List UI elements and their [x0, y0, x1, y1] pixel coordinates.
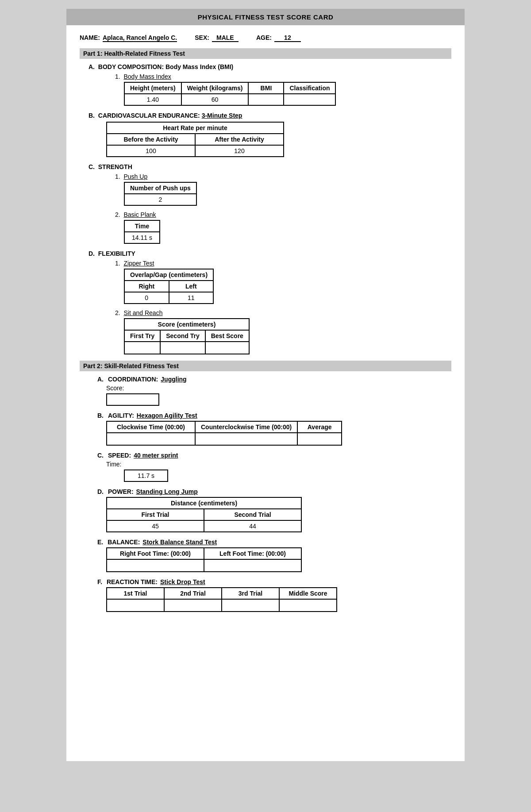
coord-score-box: [106, 393, 159, 406]
reaction-val3: [222, 599, 279, 612]
pushup-header: Number of Push ups: [124, 182, 196, 194]
b-subtitle: 3-Minute Step: [202, 112, 242, 119]
coord-score-area: Score:: [106, 385, 451, 406]
zipper-table: Overlap/Gap (centimeters) Right Left 0 1…: [124, 269, 214, 304]
c-title: STRENGTH: [98, 163, 132, 170]
reaction-title-row: F. REACTION TIME: Stick Drop Test: [97, 578, 451, 585]
sit-reach-table: Score (centimeters) First Try Second Try…: [124, 318, 250, 354]
c2-label: C.: [97, 452, 104, 459]
sit-reach-label: 2. Sit and Reach: [115, 309, 451, 316]
balance-col1: Right Foot Time: (00:00): [107, 548, 204, 559]
agility-col3: Average: [297, 421, 342, 433]
c-label: C.: [88, 163, 95, 170]
pushup-item: 1. Push Up Number of Push ups 2: [106, 173, 451, 206]
sit-col1: First Try: [124, 330, 160, 342]
plank-table: Time 14.11 s: [124, 220, 160, 244]
reaction-val2: [164, 599, 222, 612]
balance-val1: [107, 559, 204, 572]
power-col2: Second Trial: [204, 509, 301, 520]
agility-val3: [297, 433, 342, 445]
part1-label: Part 1: Health-Related Fitness Test: [83, 50, 185, 57]
section-a: A. BODY COMPOSITION: Body Mass Index (BM…: [88, 63, 451, 106]
d-title: FLEXIBILITY: [98, 250, 135, 257]
bmi-col2: Weight (kilograms): [181, 82, 249, 94]
section-coord: A. COORDINATION: Juggling Score:: [88, 376, 451, 406]
student-info-row: NAME: Aplaca, Rancel Angelo C. SEX: MALE…: [80, 34, 451, 42]
speed-time-box: 11.7 s: [124, 469, 168, 482]
page: PHYSICAL FITNESS TEST SCORE CARD NAME: A…: [66, 9, 465, 761]
reaction-col1: 1st Trial: [107, 588, 164, 599]
age-value: 12: [274, 34, 301, 42]
cardio-table: Heart Rate per minute Before the Activit…: [106, 122, 284, 157]
f2-subtitle: Stick Drop Test: [160, 578, 205, 585]
sit-val3: [205, 342, 249, 354]
e2-title: BALANCE:: [108, 539, 140, 546]
balance-table: Right Foot Time: (00:00) Left Foot Time:…: [106, 547, 302, 572]
f2-title: REACTION TIME:: [107, 578, 158, 585]
age-label: AGE:: [256, 34, 272, 41]
section-speed: C. SPEED: 40 meter sprint Time: 11.7 s: [88, 452, 451, 482]
a2-label: A.: [97, 376, 104, 383]
agility-val2: [195, 433, 297, 445]
power-main-header: Distance (centimeters): [107, 497, 301, 509]
cardio-val1: 100: [107, 145, 195, 157]
reaction-table: 1st Trial 2nd Trial 3rd Trial Middle Sco…: [106, 587, 337, 612]
zipper-col2: Left: [169, 281, 214, 292]
title-text: PHYSICAL FITNESS TEST SCORE CARD: [198, 13, 334, 21]
sit-col3: Best Score: [205, 330, 249, 342]
cardio-main-header: Heart Rate per minute: [107, 122, 284, 134]
sex-field: SEX: MALE: [195, 34, 239, 42]
balance-val2: [204, 559, 301, 572]
speed-area: Time: 11.7 s: [106, 461, 451, 482]
sit-val2: [160, 342, 205, 354]
bmi-weight: 60: [181, 94, 249, 105]
section-d: D. FLEXIBILITY 1. Zipper Test Overlap/Ga…: [88, 250, 451, 354]
name-field: NAME: Aplaca, Rancel Angelo C.: [80, 34, 177, 42]
power-col1: First Trial: [107, 509, 204, 520]
sit-val1: [124, 342, 160, 354]
pushup-val: 2: [124, 194, 196, 205]
e2-label: E.: [97, 539, 103, 546]
c2-subtitle: 40 meter sprint: [134, 452, 178, 459]
cardio-col1: Before the Activity: [107, 134, 195, 145]
name-label: NAME:: [80, 34, 100, 41]
plank-item: 2. Basic Plank Time 14.11 s: [106, 211, 451, 244]
d2-title: POWER:: [108, 488, 134, 495]
d-label: D.: [88, 250, 95, 257]
balance-col2: Left Foot Time: (00:00): [204, 548, 301, 559]
coord-title-row: A. COORDINATION: Juggling: [97, 376, 451, 383]
bmi-table: Height (meters) Weight (kilograms) BMI C…: [124, 82, 336, 106]
section-power: D. POWER: Standing Long Jump Distance (c…: [88, 488, 451, 532]
bmi-val: [248, 94, 284, 105]
a2-subtitle: Juggling: [161, 376, 186, 383]
agility-col2: Counterclockwise Time (00:00): [195, 421, 297, 433]
coord-score-label: Score:: [106, 385, 451, 392]
section-a-title: A. BODY COMPOSITION: Body Mass Index (BM…: [88, 63, 451, 70]
pushup-table: Number of Push ups 2: [124, 182, 197, 206]
zipper-item: 1. Zipper Test Overlap/Gap (centimeters)…: [106, 260, 451, 304]
reaction-col2: 2nd Trial: [164, 588, 222, 599]
cardio-col2: After the Activity: [195, 134, 284, 145]
section-balance: E. BALANCE: Stork Balance Stand Test Rig…: [88, 539, 451, 572]
cardio-val2: 120: [195, 145, 284, 157]
item1-title: Body Mass Index: [123, 73, 171, 80]
power-table: Distance (centimeters) First Trial Secon…: [106, 497, 302, 532]
sex-value: MALE: [212, 34, 239, 42]
d2-label: D.: [97, 488, 104, 495]
section-c: C. STRENGTH 1. Push Up Number of Push up…: [88, 163, 451, 244]
bmi-class: [284, 94, 335, 105]
reaction-val1: [107, 599, 164, 612]
age-field: AGE: 12: [256, 34, 301, 42]
a2-title: COORDINATION:: [108, 376, 158, 383]
part2-bar: Part 2: Skill-Related Fitness Test: [80, 361, 451, 371]
power-val2: 44: [204, 520, 301, 532]
zipper-col1: Right: [124, 281, 169, 292]
part2-label: Part 2: Skill-Related Fitness Test: [83, 362, 179, 369]
balance-title-row: E. BALANCE: Stork Balance Stand Test: [97, 539, 451, 546]
sit-reach-item: 2. Sit and Reach Score (centimeters) Fir…: [106, 309, 451, 354]
b2-subtitle: Hexagon Agility Test: [137, 412, 197, 419]
reaction-col4: Middle Score: [279, 588, 337, 599]
item1-num: 1.: [115, 73, 120, 80]
plank-label: 2. Basic Plank: [115, 211, 451, 218]
plank-header: Time: [124, 220, 160, 232]
